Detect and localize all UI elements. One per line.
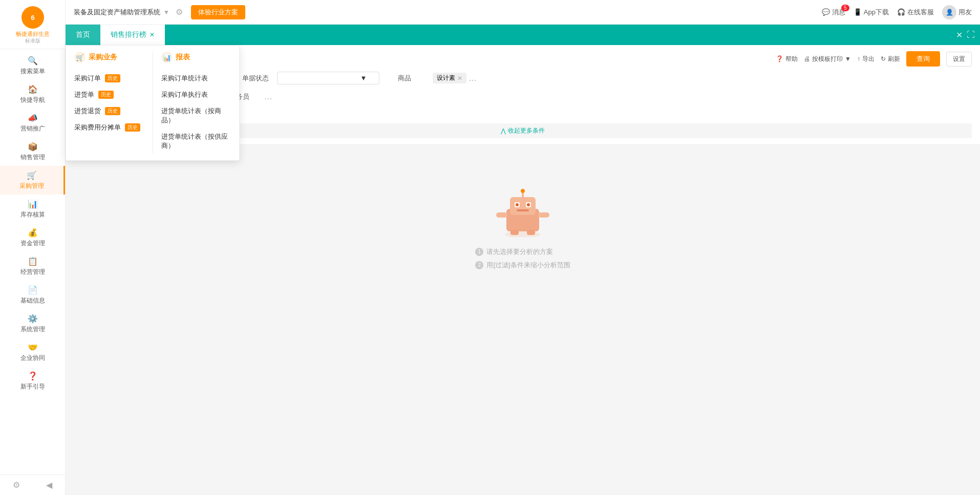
dropdown-item-order-stats[interactable]: 采购订单统计表 — [161, 70, 231, 87]
tab-bar: 首页 销售排行榜 ✕ ✕ ⛶ — [66, 25, 980, 45]
tab-bar-right: ✕ ⛶ — [956, 30, 980, 40]
refresh-label: 刷新 — [888, 55, 900, 63]
sidebar-item-marketing[interactable]: 📣 营销推广 — [0, 109, 65, 137]
goods-tag-close[interactable]: ✕ — [457, 75, 462, 82]
svg-rect-14 — [510, 230, 519, 235]
report-col-icon: 📊 — [161, 52, 173, 63]
online-service-item[interactable]: 🎧 在线客服 — [897, 8, 934, 17]
box-icon: 📦 — [28, 141, 38, 152]
export-btn[interactable]: ↑ 导出 — [857, 55, 875, 63]
sidebar-settings-btn[interactable]: ⚙ — [13, 480, 20, 490]
expense-badge: 历史 — [125, 123, 140, 132]
sidebar-item-cooperation[interactable]: 🤝 企业协同 — [0, 338, 65, 367]
export-icon: ↑ — [857, 55, 860, 62]
sidebar-item-label: 库存核算 — [20, 210, 45, 219]
report-col: 📊 报表 采购订单统计表 采购订单执行表 进货单统计表（按商品） 进货单统计表（… — [153, 52, 240, 154]
sidebar-item-label: 企业协同 — [20, 354, 45, 362]
dropdown-item-purchase-order[interactable]: 采购订单 历史 — [74, 70, 144, 87]
query-button[interactable]: 查询 — [906, 51, 940, 67]
user-label: 用友 — [958, 8, 972, 17]
doc-status-select[interactable]: ▼ — [277, 72, 379, 84]
receipt-stats-goods-label: 进货单统计表（按商品） — [161, 106, 231, 125]
cart-icon: 🛒 — [27, 170, 37, 180]
tab-close-all-icon[interactable]: ✕ — [956, 30, 963, 40]
logo-text: 畅捷通好生意 — [16, 31, 50, 37]
header-settings-icon[interactable]: ⚙ — [176, 7, 183, 17]
sidebar-item-search[interactable]: 🔍 搜索菜单 — [0, 51, 65, 80]
goods-label: 商品 — [398, 74, 429, 83]
clipboard-icon: 📋 — [28, 256, 38, 266]
sidebar-item-finance[interactable]: 💰 资金管理 — [0, 223, 65, 252]
svg-point-7 — [516, 203, 519, 206]
app-download-label: App下载 — [864, 8, 889, 17]
sidebar-item-label: 基础信息 — [20, 296, 45, 305]
sidebar: 6 畅捷通好生意 标准版 🔍 搜索菜单 🏠 快捷导航 📣 营销推广 📦 销售管理… — [0, 0, 66, 495]
print-btn[interactable]: 🖨 按模板打印 ▼ — [804, 55, 851, 63]
svg-point-8 — [527, 203, 530, 206]
purchase-dropdown-menu: 🛒 采购业务 采购订单 历史 进货单 历史 进货退货 历史 采购费用分摊单 历史 — [66, 45, 240, 161]
industry-button[interactable]: 体验行业方案 — [191, 5, 245, 19]
sidebar-bottom: ⚙ ◀ — [0, 475, 65, 495]
return-label: 进货退货 — [74, 106, 101, 116]
sidebar-collapse-btn[interactable]: ◀ — [46, 480, 52, 490]
print-icon: 🖨 — [804, 55, 810, 62]
goods-tags: 设计素 ✕ … — [433, 73, 477, 83]
dropdown-item-order-exec[interactable]: 采购订单执行表 — [161, 87, 231, 103]
step1-circle: 1 — [475, 248, 483, 256]
expense-label: 采购费用分摊单 — [74, 123, 121, 132]
tab-fullscreen-icon[interactable]: ⛶ — [967, 30, 975, 39]
receipt-badge: 历史 — [98, 91, 114, 99]
refresh-btn[interactable]: ↻ 刷新 — [881, 55, 900, 63]
order-exec-label: 采购订单执行表 — [161, 90, 208, 99]
phone-icon: 📱 — [854, 8, 862, 16]
print-dropdown-icon[interactable]: ▼ — [845, 55, 851, 62]
sidebar-item-system[interactable]: ⚙️ 系统管理 — [0, 309, 65, 338]
purchase-col-icon: 🛒 — [74, 52, 86, 63]
receipt-stats-supplier-label: 进货单统计表（按供应商） — [161, 132, 231, 150]
dropdown-item-receipt-stats-supplier[interactable]: 进货单统计表（按供应商） — [161, 128, 231, 154]
report-col-title-text: 报表 — [176, 53, 190, 62]
settings-button[interactable]: 设置 — [946, 52, 972, 67]
gear-icon: ⚙️ — [28, 313, 38, 324]
sidebar-item-basic[interactable]: 📄 基础信息 — [0, 281, 65, 309]
svg-text:6: 6 — [31, 14, 34, 21]
question-icon: ❓ — [28, 371, 38, 381]
user-avatar: 👤 — [942, 5, 956, 19]
dropdown-item-expense[interactable]: 采购费用分摊单 历史 — [74, 119, 144, 136]
purchase-col-title: 🛒 采购业务 — [74, 52, 144, 65]
order-stats-label: 采购订单统计表 — [161, 74, 208, 83]
sidebar-item-guide[interactable]: ❓ 新手引导 — [0, 367, 65, 395]
step1-text: 请先选择要分析的方案 — [486, 245, 553, 259]
messages-item[interactable]: 💬 消息 5 — [822, 8, 845, 17]
dropdown-item-receipt-stats-goods[interactable]: 进货单统计表（按商品） — [161, 103, 231, 128]
system-title: 装备及固定资产辅助管理系统 ▼ — [74, 8, 169, 17]
dropdown-item-return[interactable]: 进货退货 历史 — [74, 103, 144, 119]
tab-home[interactable]: 首页 — [66, 25, 100, 45]
goods-more-btn[interactable]: … — [468, 74, 477, 83]
svg-point-2 — [505, 231, 541, 237]
purchase-col: 🛒 采购业务 采购订单 历史 进货单 历史 进货退货 历史 采购费用分摊单 历史 — [66, 52, 153, 154]
sidebar-item-purchase[interactable]: 🛒 采购管理 — [0, 166, 65, 195]
help-btn[interactable]: ❓ 帮助 — [776, 55, 798, 63]
sidebar-item-sales[interactable]: 📦 销售管理 — [0, 137, 65, 166]
salesperson-more-btn[interactable]: … — [264, 92, 272, 101]
empty-illustration — [492, 186, 553, 237]
header-right: 💬 消息 5 📱 App下载 🎧 在线客服 👤 用友 — [822, 5, 972, 19]
sidebar-item-label: 采购管理 — [19, 182, 44, 190]
sidebar-item-label: 经营管理 — [20, 268, 45, 276]
sidebar-item-inventory[interactable]: 📊 库存核算 — [0, 195, 65, 223]
sidebar-item-quick-nav[interactable]: 🏠 快捷导航 — [0, 80, 65, 109]
app-download-item[interactable]: 📱 App下载 — [854, 8, 889, 17]
messages-badge: 5 — [841, 5, 849, 11]
tab-close-icon[interactable]: ✕ — [150, 31, 155, 38]
sidebar-item-operation[interactable]: 📋 经营管理 — [0, 252, 65, 281]
user-item[interactable]: 👤 用友 — [942, 5, 972, 19]
svg-rect-12 — [496, 212, 507, 218]
dropdown-item-receipt[interactable]: 进货单 历史 — [74, 87, 144, 103]
svg-rect-4 — [510, 197, 536, 215]
doc-status-arrow: ▼ — [360, 74, 367, 82]
tab-sales-rank[interactable]: 销售排行榜 ✕ — [100, 25, 165, 45]
help-icon: ❓ — [776, 55, 783, 62]
system-dropdown-arrow[interactable]: ▼ — [163, 9, 169, 16]
headset-icon: 🎧 — [897, 8, 905, 16]
